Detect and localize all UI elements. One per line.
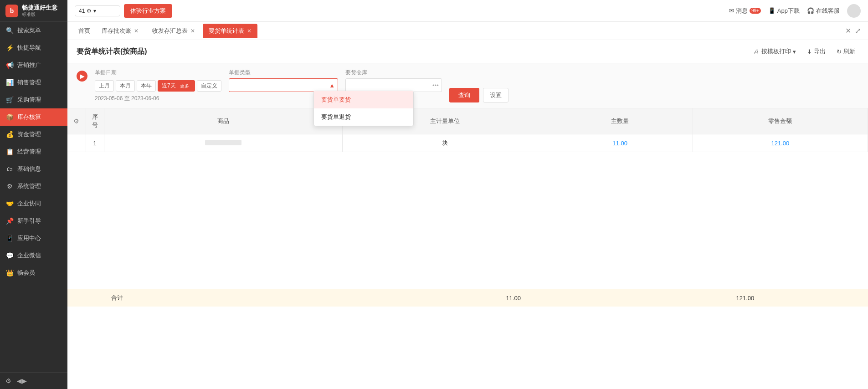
- export-icon: ⬇: [807, 48, 812, 55]
- table-row: 1 块 11.00 121.00: [67, 134, 868, 152]
- data-table: ⚙ 序号 商品 主计量单位 主数: [67, 108, 868, 152]
- query-btn[interactable]: 查询: [449, 88, 479, 102]
- company-name: 41: [79, 8, 85, 14]
- online-service-btn[interactable]: 🎧 在线客服: [807, 7, 840, 15]
- tab-order-stats[interactable]: 要货单统计表 ✕: [203, 24, 257, 38]
- warehouse-filter-group: 要货仓库 •••: [345, 69, 442, 92]
- sidebar-item-basic[interactable]: 🗂 基础信息: [0, 160, 67, 178]
- sidebar-item-label: 采购管理: [17, 96, 41, 104]
- print-icon: 🖨: [754, 48, 760, 55]
- sidebar-item-label: 资金管理: [17, 130, 41, 138]
- sidebar-item-label: 企业协同: [17, 200, 41, 208]
- topbar: 41 ⚙ ▾ 体验行业方案 ✉ 消息 99+ 📱 App下载 🎧 在线客服: [67, 0, 868, 22]
- message-icon: ✉: [729, 7, 734, 14]
- basic-icon: 🗂: [5, 165, 14, 173]
- sidebar-item-inventory[interactable]: 📦 库存核算: [0, 108, 67, 126]
- expand-tabs-icon[interactable]: ⤢: [855, 26, 861, 35]
- warehouse-input-wrap: •••: [345, 78, 442, 92]
- sidebar-item-purchase[interactable]: 🛒 采购管理: [0, 91, 67, 108]
- sidebar-item-marketing[interactable]: 📢 营销推广: [0, 56, 67, 74]
- warehouse-filter-label: 要货仓库: [345, 69, 442, 77]
- tab-receipt-summary[interactable]: 收发存汇总表 ✕: [146, 24, 201, 38]
- sidebar-item-system[interactable]: ⚙ 系统管理: [0, 178, 67, 195]
- purchase-icon: 🛒: [5, 96, 14, 104]
- headset-icon: 🎧: [807, 7, 814, 14]
- tabs-bar: 首页 库存批次账 ✕ 收发存汇总表 ✕ 要货单统计表 ✕ ✕ ⤢: [67, 22, 868, 40]
- date-btn-last-month[interactable]: 上月: [95, 80, 114, 92]
- trial-btn[interactable]: 体验行业方案: [124, 4, 172, 18]
- chevron-down-icon: ▾: [93, 8, 96, 14]
- sidebar-item-appcenter[interactable]: 📱 应用中心: [0, 230, 67, 247]
- row-no-cell: 1: [86, 134, 104, 152]
- close-all-icon[interactable]: ✕: [845, 26, 851, 35]
- sidebar-item-label: 企业微信: [17, 251, 41, 260]
- row-settings-cell: [67, 134, 86, 152]
- filter-expand-btn[interactable]: ▶: [77, 71, 87, 82]
- warehouse-input[interactable]: [346, 82, 430, 89]
- tab-label: 库存批次账: [102, 27, 131, 35]
- search-icon: 🔍: [5, 26, 14, 35]
- app-download-btn[interactable]: 📱 App下载: [768, 7, 800, 15]
- page-title: 要货单统计表(按商品): [77, 47, 147, 56]
- sidebar-item-label: 基础信息: [17, 165, 41, 173]
- more-badge: 更多: [178, 83, 191, 89]
- product-placeholder: [205, 140, 241, 145]
- date-btn-this-month[interactable]: 本月: [116, 80, 135, 92]
- row-quantity-cell: 11.00: [547, 134, 693, 152]
- sidebar: b 畅捷通好生意 标准版 🔍 搜索菜单 ⚡ 快捷导航 📢 营销推广 📊 销售管理…: [0, 0, 67, 389]
- date-btn-7days[interactable]: 近7天 更多: [158, 80, 195, 92]
- marketing-icon: 📢: [5, 61, 14, 69]
- sidebar-item-collab[interactable]: 🤝 企业协同: [0, 195, 67, 212]
- date-btn-custom[interactable]: 自定义: [197, 80, 221, 92]
- tab-inventory-batch[interactable]: 库存批次账 ✕: [96, 24, 144, 38]
- sidebar-item-guide[interactable]: 📌 新手引导: [0, 212, 67, 230]
- filter-bar: ▶ 单据日期 上月 本月 本年 近7天 更多 自定义 2023-05-06: [67, 63, 868, 108]
- sidebar-item-member[interactable]: 👑 畅会员: [0, 264, 67, 282]
- tab-close-icon[interactable]: ✕: [190, 28, 195, 34]
- tab-label: 要货单统计表: [209, 27, 244, 35]
- tab-close-icon[interactable]: ✕: [134, 28, 139, 34]
- sidebar-item-label: 库存核算: [17, 113, 41, 121]
- app-version: 标准版: [22, 11, 57, 17]
- col-header-no: 序号: [86, 108, 104, 134]
- messages-btn[interactable]: ✉ 消息 99+: [729, 7, 761, 15]
- sidebar-item-finance[interactable]: 💰 资金管理: [0, 126, 67, 143]
- sidebar-nav: 🔍 搜索菜单 ⚡ 快捷导航 📢 营销推广 📊 销售管理 🛒 采购管理 📦 库存核…: [0, 22, 67, 372]
- row-unit-cell: 块: [343, 134, 547, 152]
- company-selector[interactable]: 41 ⚙ ▾: [75, 5, 120, 16]
- col-header-settings: ⚙: [67, 108, 86, 134]
- refresh-btn[interactable]: ↻ 刷新: [833, 46, 859, 57]
- table-settings-icon[interactable]: ⚙: [73, 118, 79, 125]
- table-header-row: ⚙ 序号 商品 主计量单位 主数: [67, 108, 868, 134]
- date-btn-this-year[interactable]: 本年: [137, 80, 156, 92]
- filter-settings-btn[interactable]: 设置: [483, 88, 508, 102]
- appcenter-icon: 📱: [5, 234, 14, 242]
- messages-badge: 99+: [750, 8, 761, 14]
- print-btn[interactable]: 🖨 按模板打印 ▾: [750, 46, 800, 57]
- warehouse-more-icon[interactable]: •••: [430, 82, 442, 89]
- gear-icon: ⚙: [87, 8, 92, 14]
- sidebar-item-wechat[interactable]: 💬 企业微信: [0, 247, 67, 264]
- settings-footer-icon[interactable]: ⚙: [5, 377, 11, 384]
- total-quantity: 11.00: [405, 289, 622, 307]
- tab-home[interactable]: 首页: [75, 24, 94, 38]
- type-filter-group: 单据类型 ▲: [229, 69, 338, 92]
- quicknav-icon: ⚡: [5, 44, 14, 52]
- messages-label: 消息: [736, 7, 748, 15]
- type-dropdown-arrow[interactable]: ▲: [326, 82, 338, 89]
- user-avatar[interactable]: [847, 4, 861, 18]
- table-body: 1 块 11.00 121.00: [67, 134, 868, 152]
- export-btn[interactable]: ⬇ 导出: [803, 46, 829, 57]
- dropdown-item-1[interactable]: 要货单退货: [314, 108, 413, 126]
- date-range: 2023-05-06 至 2023-06-06: [95, 95, 221, 102]
- type-filter-input[interactable]: [229, 82, 326, 89]
- sidebar-item-sales[interactable]: 📊 销售管理: [0, 74, 67, 91]
- sidebar-item-search[interactable]: 🔍 搜索菜单: [0, 22, 67, 39]
- sidebar-item-quicknav[interactable]: ⚡ 快捷导航: [0, 39, 67, 56]
- tab-close-icon[interactable]: ✕: [247, 28, 252, 34]
- sidebar-item-operations[interactable]: 📋 经营管理: [0, 143, 67, 160]
- app-name: 畅捷通好生意: [22, 4, 57, 12]
- dropdown-item-0[interactable]: 要货单要货: [314, 91, 413, 108]
- collapse-icon[interactable]: ◀▶: [17, 377, 27, 384]
- sidebar-item-label: 畅会员: [17, 269, 35, 277]
